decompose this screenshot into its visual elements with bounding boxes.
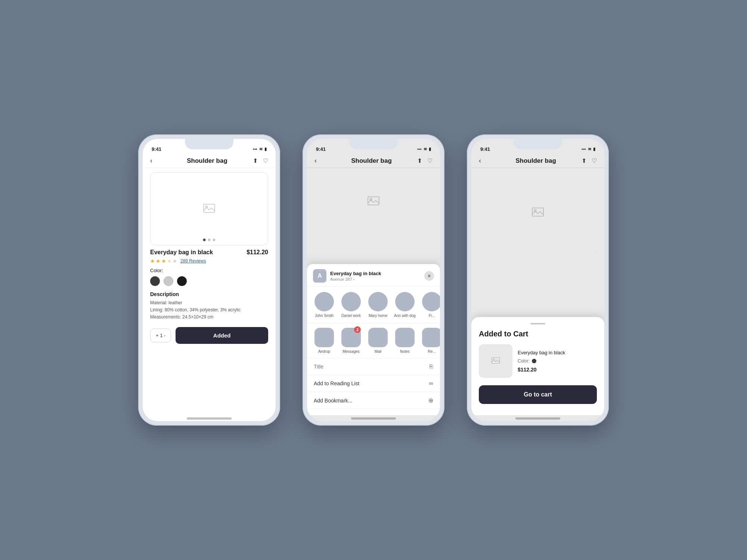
heart-icon-1[interactable]: ♡: [263, 157, 268, 164]
share-icon-3[interactable]: ⬆: [582, 157, 586, 164]
app-name-airdrop: Airdrop: [318, 349, 330, 354]
stars-1: ★ ★ ★ ★ ★: [150, 258, 177, 264]
contact-name-ann: Ann with dog: [394, 314, 416, 318]
back-button-3[interactable]: ‹: [479, 157, 490, 165]
share-app-url[interactable]: Avenue 287 ›: [330, 277, 424, 281]
signal-icon: ▪▪▪: [253, 147, 257, 151]
color-swatch-black-1[interactable]: [177, 276, 187, 286]
product-price-1: $112.20: [247, 249, 268, 256]
app-re[interactable]: Re...: [418, 328, 440, 354]
stars-row-1: ★ ★ ★ ★ ★ 289 Reviews: [150, 258, 268, 264]
svg-rect-6: [492, 358, 499, 364]
status-icons-2: ▪▪▪ ≋ ▮: [417, 147, 431, 152]
color-section-1: Color:: [150, 268, 268, 286]
cart-modal-title: Added to Cart: [479, 330, 597, 338]
color-options-1: [150, 276, 268, 286]
copy-icon: ⎘: [430, 363, 433, 370]
share-icon-1[interactable]: ⬆: [253, 157, 258, 164]
contact-daniel-work[interactable]: Daniel work: [338, 292, 365, 318]
desc-text-1: Material: leather Lining: 80% cotton, 34…: [150, 299, 268, 321]
share-close-button[interactable]: ×: [424, 271, 434, 281]
contact-name-daniel: Daniel work: [341, 314, 361, 318]
messages-badge: 2: [354, 326, 361, 333]
star-5: ★: [173, 258, 177, 264]
phone-1: 9:41 ▪▪▪ ≋ ▮ ‹ Shoulder bag ⬆ ♡: [138, 134, 280, 426]
desc-material: Material: leather: [150, 300, 182, 305]
phone-2: 9:41 ▪▪▪ ≋ ▮ ‹ Shoulder bag ⬆ ♡: [303, 134, 444, 426]
title-row: ⎘: [307, 358, 440, 375]
app-name-re: Re...: [428, 349, 436, 354]
reviews-link-1[interactable]: 289 Reviews: [180, 258, 206, 264]
cart-row-1: + 1 - Added: [150, 327, 268, 344]
contact-ann-dog[interactable]: Ann with dog: [391, 292, 418, 318]
battery-icon: ▮: [264, 147, 267, 152]
contacts-row: John Smith Daniel work Mary home Ann wit…: [307, 287, 440, 323]
nav-bar-1: ‹ Shoulder bag ⬆ ♡: [143, 155, 276, 168]
heart-icon-3[interactable]: ♡: [592, 157, 597, 164]
color-swatch-dark-1[interactable]: [150, 276, 160, 286]
reading-list-row[interactable]: Add to Reading List ∞: [307, 375, 440, 392]
notch-2: [349, 139, 398, 149]
screen-content-2: A Everyday bag in black Avenue 287 › × J…: [307, 168, 440, 415]
signal-icon-3: ▪▪▪: [582, 147, 586, 151]
modal-handle: [530, 323, 545, 324]
wifi-icon-3: ≋: [588, 147, 591, 152]
app-name-messages: Messages: [342, 349, 360, 354]
svg-rect-4: [532, 208, 543, 216]
phone-2-screen: 9:41 ▪▪▪ ≋ ▮ ‹ Shoulder bag ⬆ ♡: [307, 139, 440, 421]
title-input[interactable]: [314, 364, 430, 370]
status-time-2: 9:41: [316, 146, 326, 152]
svg-rect-2: [368, 197, 379, 205]
desc-lining: Lining: 80% cotton, 34% polyester, 3% ac…: [150, 307, 241, 312]
status-time-3: 9:41: [480, 146, 490, 152]
heart-icon-2[interactable]: ♡: [427, 157, 433, 164]
home-indicator-3: [515, 417, 560, 420]
nav-actions-2: ⬆ ♡: [417, 157, 433, 164]
contact-name-fi: Fi...: [429, 314, 435, 318]
app-messages[interactable]: 2 Messages: [338, 328, 365, 354]
home-indicator-1: [187, 417, 232, 420]
app-airdrop[interactable]: Airdrop: [311, 328, 338, 354]
nav-actions-1: ⬆ ♡: [253, 157, 268, 164]
app-mail[interactable]: Mail: [365, 328, 391, 354]
add-button-1[interactable]: Added: [176, 327, 268, 344]
battery-icon-3: ▮: [593, 147, 595, 152]
status-icons-1: ▪▪▪ ≋ ▮: [253, 147, 267, 152]
nav-actions-3: ⬆ ♡: [582, 157, 597, 164]
nav-title-2: Shoulder bag: [351, 157, 392, 165]
wifi-icon: ≋: [259, 147, 263, 152]
airdrop-icon-box: [314, 328, 334, 347]
image-placeholder-icon-2: [368, 196, 379, 207]
bookmarks-row[interactable]: Add Bookmark... ⊕: [307, 392, 440, 409]
added-to-cart-modal: Added to Cart Everyday bag in black Colo…: [471, 317, 604, 415]
signal-icon-2: ▪▪▪: [417, 147, 422, 151]
share-icon-2[interactable]: ⬆: [417, 157, 422, 164]
back-button-1[interactable]: ‹: [150, 157, 161, 165]
contact-john-smith[interactable]: John Smith: [311, 292, 338, 318]
nav-title-1: Shoulder bag: [187, 157, 227, 165]
screen-content-3: Added to Cart Everyday bag in black Colo…: [471, 168, 604, 415]
app-notes[interactable]: Notes: [391, 328, 418, 354]
dot-1-3: [213, 239, 216, 241]
mail-icon-box: [368, 328, 388, 347]
notes-icon-box: [395, 328, 415, 347]
nav-bar-3: ‹ Shoulder bag ⬆ ♡: [471, 155, 604, 168]
product-image-3: [476, 172, 600, 253]
contact-mary-home[interactable]: Mary home: [365, 292, 391, 318]
product-image-2: [311, 172, 436, 230]
star-1: ★: [150, 258, 155, 264]
dot-1-active: [203, 239, 206, 241]
contact-fi[interactable]: Fi...: [418, 292, 440, 318]
re-icon-box: [422, 328, 440, 347]
notch-3: [514, 139, 562, 149]
phone-3: 9:41 ▪▪▪ ≋ ▮ ‹ Shoulder bag ⬆ ♡: [467, 134, 609, 426]
cart-item-row: Everyday bag in black Color: $112.20: [479, 344, 597, 378]
go-to-cart-button[interactable]: Go to cart: [479, 385, 597, 404]
desc-measurements: Measurements: 24.5×10×29 cm: [150, 314, 213, 320]
app-name-mail: Mail: [375, 349, 381, 354]
description-section-1: Description Material: leather Lining: 80…: [150, 291, 268, 321]
status-time-1: 9:41: [152, 146, 161, 152]
color-swatch-light-1[interactable]: [164, 276, 173, 286]
qty-control-1[interactable]: + 1 -: [150, 329, 171, 342]
back-button-2[interactable]: ‹: [314, 157, 326, 165]
